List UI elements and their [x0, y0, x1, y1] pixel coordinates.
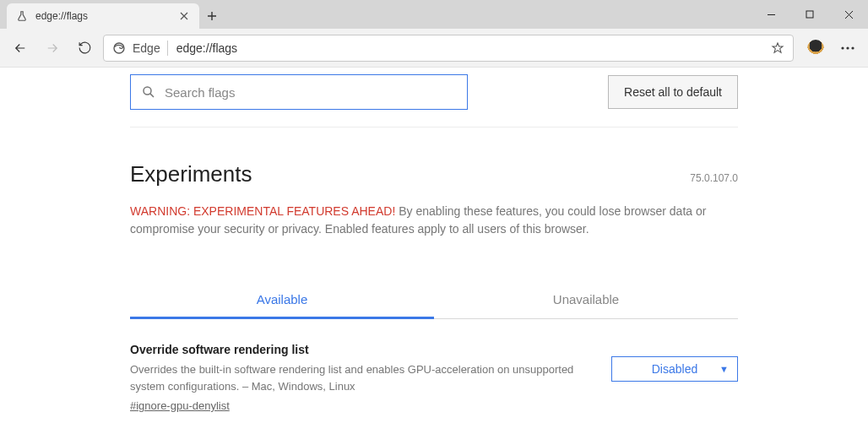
- back-button[interactable]: [7, 35, 34, 62]
- warning-prefix: WARNING: EXPERIMENTAL FEATURES AHEAD!: [130, 204, 395, 218]
- flag-hash-link[interactable]: #ignore-gpu-denylist: [130, 399, 230, 412]
- close-tab-icon[interactable]: [177, 9, 191, 23]
- flag-state-select[interactable]: Disabled ▼: [611, 356, 738, 382]
- forward-button[interactable]: [39, 35, 66, 62]
- menu-button[interactable]: [834, 35, 861, 62]
- svg-point-2: [841, 46, 844, 49]
- flag-title: Override software rendering list: [130, 343, 591, 356]
- svg-point-4: [851, 46, 854, 49]
- svg-rect-0: [806, 11, 813, 18]
- search-row: Reset all to default: [130, 68, 738, 127]
- minimize-button[interactable]: [751, 0, 790, 29]
- edge-icon: [112, 41, 126, 55]
- tab-unavailable[interactable]: Unavailable: [434, 280, 738, 319]
- address-bar[interactable]: Edge edge://flags: [103, 35, 794, 62]
- warning-text: WARNING: EXPERIMENTAL FEATURES AHEAD! By…: [130, 203, 738, 238]
- tab-title: edge://flags: [35, 10, 171, 22]
- svg-point-3: [846, 46, 849, 49]
- window-controls: [751, 0, 868, 29]
- flag-state-value: Disabled: [652, 362, 697, 376]
- flags-tabs: Available Unavailable: [130, 280, 738, 319]
- reset-all-button[interactable]: Reset all to default: [608, 75, 738, 109]
- flag-item: Override software rendering list Overrid…: [130, 343, 738, 412]
- favorite-icon[interactable]: [771, 41, 784, 55]
- content-area: Reset all to default Experiments 75.0.10…: [0, 68, 868, 423]
- search-flags-box[interactable]: [130, 74, 468, 110]
- toolbar: Edge edge://flags: [0, 29, 868, 68]
- close-window-button[interactable]: [829, 0, 868, 29]
- search-input[interactable]: [165, 85, 457, 100]
- page-heading: Experiments 75.0.107.0: [130, 161, 738, 187]
- heading-text: Experiments: [130, 161, 252, 187]
- browser-tab[interactable]: edge://flags: [7, 3, 199, 29]
- version-text: 75.0.107.0: [690, 172, 738, 184]
- chevron-down-icon: ▼: [719, 364, 729, 374]
- tab-available[interactable]: Available: [130, 280, 434, 319]
- flask-icon: [15, 9, 29, 23]
- titlebar: edge://flags: [0, 0, 868, 29]
- site-identity: Edge: [112, 41, 168, 56]
- separator: [167, 41, 168, 56]
- maximize-button[interactable]: [790, 0, 829, 29]
- site-identity-label: Edge: [133, 41, 160, 55]
- scroll-area[interactable]: Reset all to default Experiments 75.0.10…: [0, 68, 868, 423]
- refresh-button[interactable]: [71, 35, 98, 62]
- url-text: edge://flags: [176, 41, 762, 55]
- flag-description: Overrides the built-in software renderin…: [130, 361, 591, 394]
- svg-point-5: [144, 87, 151, 95]
- profile-avatar[interactable]: [807, 40, 824, 57]
- search-icon: [141, 84, 156, 100]
- new-tab-button[interactable]: [199, 3, 225, 29]
